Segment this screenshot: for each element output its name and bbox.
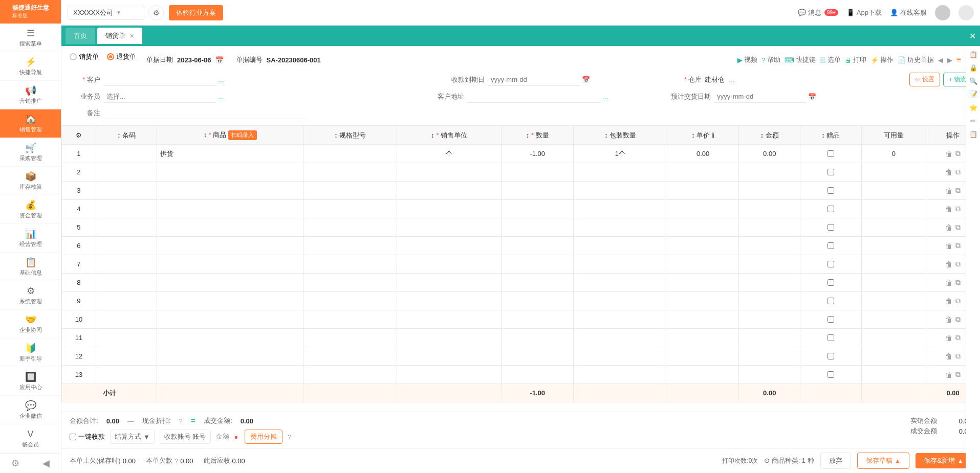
sidebar-item-guide[interactable]: 🔰 新手引导 [0, 339, 61, 367]
row-spec[interactable] [303, 200, 397, 218]
row-barcode[interactable] [96, 292, 157, 310]
row-product[interactable] [157, 218, 303, 237]
sidebar-collapse-icon[interactable]: ◀ [42, 458, 50, 469]
row-unit[interactable] [397, 292, 502, 310]
customer-input[interactable] [103, 74, 216, 86]
row-unit[interactable] [397, 237, 502, 255]
delete-icon[interactable]: 🗑 [945, 279, 952, 287]
row-spec[interactable] [303, 255, 397, 274]
row-product[interactable] [157, 347, 303, 366]
th-pack-qty[interactable]: ↕ 包装数量 [574, 126, 667, 145]
row-pack-qty[interactable] [574, 237, 667, 255]
row-gift[interactable] [800, 182, 862, 200]
copy-icon[interactable]: ⧉ [955, 223, 961, 232]
row-pack-qty[interactable] [574, 274, 667, 292]
message-button[interactable]: 💬 消息 99+ [798, 8, 838, 17]
customer-ellipsis-icon[interactable]: ... [218, 76, 224, 84]
row-pack-qty[interactable] [574, 366, 667, 384]
copy-icon[interactable]: ⧉ [955, 260, 961, 268]
delete-icon[interactable]: 🗑 [945, 297, 952, 305]
row-quantity[interactable] [502, 274, 574, 292]
row-product[interactable] [157, 182, 303, 200]
row-barcode[interactable] [96, 218, 157, 237]
gift-checkbox[interactable] [827, 169, 834, 175]
row-product[interactable] [157, 200, 303, 218]
row-product[interactable] [157, 255, 303, 274]
delete-icon[interactable]: 🗑 [945, 316, 952, 324]
customer-address-input[interactable] [467, 91, 600, 103]
copy-icon[interactable]: ⧉ [955, 205, 961, 213]
row-unit-price[interactable] [667, 310, 739, 329]
row-amount[interactable] [739, 310, 800, 329]
row-unit-price[interactable] [667, 347, 739, 366]
row-barcode[interactable] [96, 274, 157, 292]
copy-icon[interactable]: ⧉ [955, 278, 961, 287]
video-btn[interactable]: ▶视频 [737, 55, 757, 64]
delete-icon[interactable]: 🗑 [945, 223, 952, 232]
copy-icon[interactable]: ⧉ [955, 241, 961, 250]
print-btn[interactable]: 🖨打印 [845, 55, 866, 64]
row-amount[interactable] [739, 347, 800, 366]
row-barcode[interactable] [96, 182, 157, 200]
row-gift[interactable] [800, 310, 862, 329]
row-gift[interactable] [800, 292, 862, 310]
delete-icon[interactable]: 🗑 [945, 187, 952, 195]
row-gift[interactable] [800, 218, 862, 237]
row-gift[interactable] [800, 274, 862, 292]
row-unit[interactable] [397, 182, 502, 200]
row-pack-qty[interactable] [574, 218, 667, 237]
row-spec[interactable] [303, 310, 397, 329]
row-unit-price[interactable] [667, 255, 739, 274]
sidebar-item-basic[interactable]: 📋 基础信息 [0, 253, 61, 281]
sidebar-item-search[interactable]: ☰ 搜索菜单 [0, 24, 61, 52]
right-tool-search[interactable]: 🔍 [967, 75, 979, 87]
collection-calendar-icon[interactable]: 📅 [582, 76, 590, 83]
delete-icon[interactable]: 🗑 [945, 260, 952, 268]
delete-icon[interactable]: 🗑 [945, 371, 952, 379]
delete-icon[interactable]: 🗑 [945, 205, 952, 213]
save-draft-button[interactable]: 保存草稿 ▲ [857, 453, 910, 469]
row-product[interactable] [157, 366, 303, 384]
sidebar-item-sales[interactable]: 🏠 销售管理 [0, 109, 61, 138]
row-unit[interactable] [397, 329, 502, 347]
calendar-icon[interactable]: 📅 [215, 56, 224, 64]
trial-button[interactable]: 体验行业方案 [169, 5, 223, 20]
sidebar-item-marketing[interactable]: 📢 营销推广 [0, 81, 61, 109]
row-spec[interactable] [303, 274, 397, 292]
right-tool-clipboard[interactable]: 📋 [967, 48, 979, 60]
row-product[interactable]: 拆货 [157, 145, 303, 163]
row-pack-qty[interactable] [574, 329, 667, 347]
row-pack-qty[interactable] [574, 347, 667, 366]
row-gift[interactable] [800, 163, 862, 182]
row-quantity[interactable] [502, 310, 574, 329]
row-product[interactable] [157, 310, 303, 329]
delete-icon[interactable]: 🗑 [945, 242, 952, 250]
row-unit-price[interactable] [667, 292, 739, 310]
sidebar-item-enterprise[interactable]: 🤝 企业协同 [0, 310, 61, 339]
row-product[interactable] [157, 292, 303, 310]
row-quantity[interactable] [502, 182, 574, 200]
th-amount[interactable]: ↕ 金额 [739, 126, 800, 145]
row-amount[interactable] [739, 200, 800, 218]
row-amount[interactable] [739, 237, 800, 255]
right-tool-edit[interactable]: ✏ [967, 115, 979, 127]
nav-next-icon[interactable]: ▶ [947, 56, 952, 64]
th-quantity[interactable]: ↕ * 数量 [502, 126, 574, 145]
gift-checkbox[interactable] [827, 261, 834, 267]
row-gift[interactable] [800, 366, 862, 384]
th-unit[interactable]: ↕ * 销售单位 [397, 126, 502, 145]
sidebar-item-quick-nav[interactable]: ⚡ 快捷导航 [0, 52, 61, 81]
row-unit[interactable] [397, 200, 502, 218]
th-gift[interactable]: ↕ 赠品 [800, 126, 862, 145]
row-barcode[interactable] [96, 310, 157, 329]
salesperson-ellipsis-icon[interactable]: ... [218, 93, 224, 101]
delivery-calendar-icon[interactable]: 📅 [808, 93, 816, 101]
row-spec[interactable] [303, 347, 397, 366]
row-pack-qty[interactable] [574, 255, 667, 274]
row-unit[interactable] [397, 310, 502, 329]
payment-method-select[interactable]: 结算方式 ▼ [110, 430, 155, 444]
tabbar-close-icon[interactable]: ✕ [969, 31, 976, 41]
row-amount[interactable] [739, 366, 800, 384]
sidebar-item-member[interactable]: V 畅会员 [0, 424, 61, 453]
row-unit-price[interactable] [667, 200, 739, 218]
